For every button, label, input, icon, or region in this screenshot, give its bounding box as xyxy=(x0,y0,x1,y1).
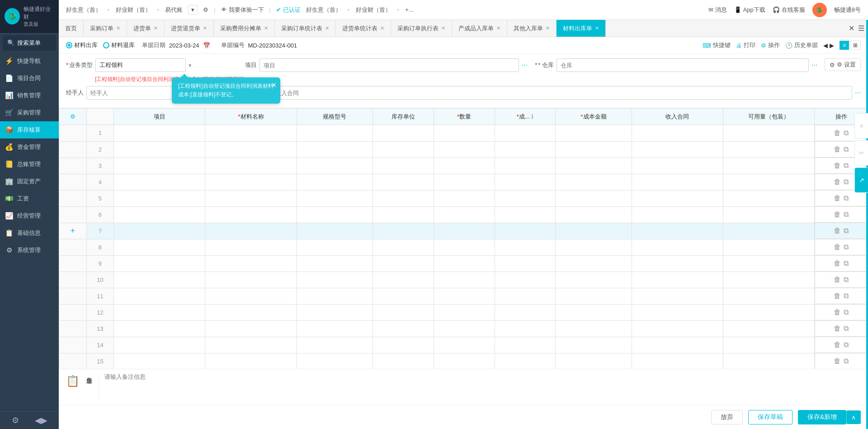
table-cell[interactable] xyxy=(723,206,814,223)
tab-home[interactable]: 首页 xyxy=(59,20,84,37)
sidebar-item-sales[interactable]: 📊 销售管理 xyxy=(0,87,59,104)
sidebar-item-inventory[interactable]: 📦 库存核算 xyxy=(0,121,59,138)
sidebar-item-operations[interactable]: 📈 经营管理 xyxy=(0,207,59,224)
table-cell[interactable] xyxy=(205,320,297,337)
copy-row-btn[interactable]: ⧉ xyxy=(844,276,849,284)
tab-purchase-goods[interactable]: 进货单 ✕ xyxy=(127,20,165,37)
table-cell[interactable] xyxy=(373,320,434,337)
table-cell[interactable] xyxy=(632,239,723,255)
tab-close-stats[interactable]: ✕ xyxy=(325,25,329,31)
table-cell[interactable] xyxy=(114,320,205,337)
tooltip-close-btn[interactable]: ✕ xyxy=(271,80,277,90)
copy-row-btn[interactable]: ⧉ xyxy=(844,129,849,137)
table-cell[interactable] xyxy=(114,141,205,157)
table-cell[interactable] xyxy=(632,141,723,157)
table-cell[interactable] xyxy=(434,304,495,320)
table-cell[interactable] xyxy=(495,125,556,142)
next-arrow[interactable]: ▶ xyxy=(830,42,834,49)
table-cell[interactable] xyxy=(632,353,723,369)
copy-row-btn[interactable]: ⧉ xyxy=(844,341,849,349)
copy-row-btn[interactable]: ⧉ xyxy=(844,145,849,153)
radio-material-out[interactable]: 材料出库 xyxy=(66,41,98,49)
delete-row-btn[interactable]: 🗑 xyxy=(834,145,841,153)
business-type-dropdown-icon[interactable]: ▾ xyxy=(189,62,192,69)
user-name[interactable]: 畅捷通8号 xyxy=(834,6,861,14)
table-cell[interactable] xyxy=(434,337,495,353)
table-cell[interactable] xyxy=(373,353,434,369)
delete-row-btn[interactable]: 🗑 xyxy=(834,259,841,267)
tab-purchase-stats[interactable]: 采购订单统计表 ✕ xyxy=(275,20,336,37)
delete-row-btn[interactable]: 🗑 xyxy=(834,227,841,235)
sidebar-item-system[interactable]: ⚙ 系统管理 xyxy=(0,242,59,259)
table-cell[interactable] xyxy=(723,141,814,157)
collapse-icon[interactable]: ◀▶ xyxy=(35,415,47,425)
tab-close-purchase-order[interactable]: ✕ xyxy=(116,25,120,31)
table-cell[interactable] xyxy=(495,304,556,320)
table-cell[interactable] xyxy=(297,157,373,174)
save-new-button[interactable]: 保存&新增 xyxy=(798,410,846,424)
tab-purchase-exec[interactable]: 采购订单执行表 ✕ xyxy=(391,20,452,37)
table-cell[interactable] xyxy=(434,125,495,142)
project-dots[interactable]: ··· xyxy=(522,61,528,69)
table-cell[interactable] xyxy=(434,174,495,190)
income-contract-input[interactable] xyxy=(271,86,852,100)
tab-close-goods[interactable]: ✕ xyxy=(154,25,158,31)
table-cell[interactable] xyxy=(495,157,556,174)
table-cell[interactable] xyxy=(205,125,297,142)
col-cost-info[interactable]: ℹ xyxy=(531,113,533,120)
sidebar-item-purchase[interactable]: 🛒 采购管理 xyxy=(0,104,59,121)
table-cell[interactable] xyxy=(114,272,205,288)
tab-other-stock[interactable]: 其他入库单 ✕ xyxy=(507,20,557,37)
table-cell[interactable] xyxy=(556,141,632,157)
table-cell[interactable] xyxy=(495,320,556,337)
save-new-dropdown-btn[interactable]: ∧ xyxy=(846,410,861,424)
table-cell[interactable] xyxy=(632,320,723,337)
table-cell[interactable] xyxy=(373,255,434,272)
table-cell[interactable] xyxy=(205,337,297,353)
table-cell[interactable] xyxy=(632,206,723,223)
table-cell[interactable] xyxy=(495,255,556,272)
copy-row-btn[interactable]: ⧉ xyxy=(844,324,849,333)
table-cell[interactable] xyxy=(556,272,632,288)
settings-button[interactable]: ⚙ ⚙ 设置 xyxy=(825,58,861,71)
copy-row-btn[interactable]: ⧉ xyxy=(844,194,849,202)
topbar-nav-more[interactable]: +... xyxy=(405,6,413,13)
table-cell[interactable] xyxy=(723,353,814,369)
date-value[interactable]: 2023-03-24 xyxy=(169,42,199,49)
tab-close-goods-stats[interactable]: ✕ xyxy=(380,25,384,31)
sidebar-item-shortcut[interactable]: ⚡ 快捷导航 xyxy=(0,52,59,70)
table-cell[interactable] xyxy=(434,157,495,174)
table-cell[interactable] xyxy=(632,304,723,320)
topbar-nav-yidaizhang[interactable]: 易代账 xyxy=(165,6,183,14)
table-cell[interactable] xyxy=(556,157,632,174)
sidebar-item-ledger[interactable]: 📒 总账管理 xyxy=(0,156,59,173)
table-cell[interactable] xyxy=(205,190,297,206)
tab-close-material-out[interactable]: ✕ xyxy=(595,25,599,31)
table-cell[interactable] xyxy=(297,223,373,239)
tab-close-finished[interactable]: ✕ xyxy=(496,25,500,31)
table-cell[interactable] xyxy=(723,288,814,304)
shortcut-action[interactable]: ⌨ 快捷键 xyxy=(703,41,731,49)
table-cell[interactable] xyxy=(114,239,205,255)
delete-row-btn[interactable]: 🗑 xyxy=(834,178,841,186)
table-cell[interactable] xyxy=(495,190,556,206)
sidebar-item-finance[interactable]: 💰 资金管理 xyxy=(0,138,59,156)
right-panel-btn-2[interactable]: ✏ xyxy=(854,140,868,166)
table-cell[interactable] xyxy=(373,174,434,190)
copy-row-btn[interactable]: ⧉ xyxy=(844,243,849,251)
table-cell[interactable] xyxy=(297,206,373,223)
warehouse-input[interactable] xyxy=(557,58,809,72)
table-cell[interactable] xyxy=(114,190,205,206)
table-cell[interactable] xyxy=(434,190,495,206)
table-cell[interactable] xyxy=(723,125,814,142)
table-cell[interactable] xyxy=(434,255,495,272)
topbar-nav-haoshengyi2[interactable]: 好生意（首） xyxy=(306,6,341,14)
table-cell[interactable] xyxy=(205,157,297,174)
table-cell[interactable] xyxy=(556,206,632,223)
table-cell[interactable] xyxy=(205,206,297,223)
warehouse-dots[interactable]: ··· xyxy=(811,61,817,69)
copy-row-btn[interactable]: ⧉ xyxy=(844,210,849,219)
table-cell[interactable] xyxy=(556,190,632,206)
tab-purchase-order[interactable]: 采购订单 ✕ xyxy=(84,20,127,37)
table-cell[interactable] xyxy=(114,288,205,304)
